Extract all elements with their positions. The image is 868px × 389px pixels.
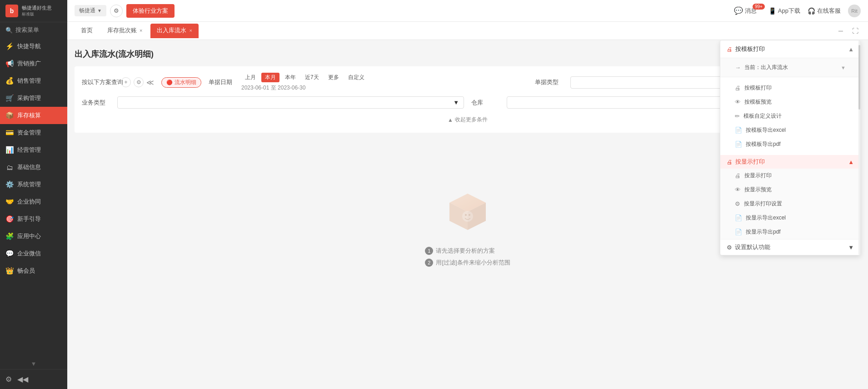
search-label: 搜索菜单 xyxy=(15,26,39,34)
sidebar-item-label: 销售管理 xyxy=(17,77,41,85)
filter-scheme-label: 按以下方案查询 xyxy=(82,78,114,86)
date-tab-this-month[interactable]: 本月 xyxy=(261,73,279,82)
dropdown-display-section: 🖨 按显示打印 ▲ 🖨 按显示打印 👁 按显示预览 ⚙ xyxy=(720,155,860,239)
collapse-sidebar-icon[interactable]: ◀◀ xyxy=(17,375,28,384)
empty-tips: 1 请先选择要分析的方案 2 用[过滤]条件来缩小分析范围 xyxy=(425,247,510,270)
phone-icon: 📱 xyxy=(768,7,776,15)
dropdown-scrollbar[interactable] xyxy=(858,40,860,255)
template-export-excel-item[interactable]: 📄 按模板导出excel xyxy=(720,123,860,137)
display-print-icon: 🖨 xyxy=(735,172,741,179)
quick-nav-icon: ⚡ xyxy=(5,42,14,50)
template-preview-item[interactable]: 👁 按模板预览 xyxy=(720,95,860,109)
sidebar-item-marketing[interactable]: 📢 营销推广 xyxy=(0,55,67,72)
tab-home[interactable]: 首页 xyxy=(75,24,99,38)
print-dropdown-panel: 🖨 按模板打印 ▲ → 当前：出入库流水 ▼ 🖨 按模板打印 xyxy=(720,40,861,255)
sidebar-item-label: 企业协同 xyxy=(17,198,41,206)
sidebar-item-sales[interactable]: 💰 销售管理 xyxy=(0,72,67,90)
header-gear-button[interactable]: ⚙ xyxy=(110,5,123,17)
marketing-icon: 📢 xyxy=(5,60,14,68)
sidebar-nav: ⚡ 快捷导航 📢 营销推广 💰 销售管理 🛒 采购管理 📦 库存核算 💳 资金管… xyxy=(0,38,67,359)
sidebar-item-label: 经营管理 xyxy=(17,146,41,154)
sidebar-item-apps[interactable]: 🧩 应用中心 xyxy=(0,228,67,245)
template-preview-label: 按模板预览 xyxy=(744,98,772,106)
app-download-button[interactable]: 📱 App下载 xyxy=(768,7,800,15)
content-area: 出入库流水(流水明细) 🖨 按模板打印 ▲ ⬆ 导出 ↻ 刷新 xyxy=(67,40,868,389)
tab-minimize-button[interactable]: ─ xyxy=(835,25,846,36)
filter-collapse-button[interactable]: ≪ xyxy=(146,78,154,87)
template-print-label: 按模板打印 xyxy=(744,84,772,92)
sidebar: b 畅捷通好生意 标准版 🔍 搜索菜单 ⚡ 快捷导航 📢 营销推广 💰 销售管理… xyxy=(0,0,67,389)
display-preview-label: 按显示预览 xyxy=(744,186,772,194)
date-tab-custom[interactable]: 自定义 xyxy=(344,73,368,82)
business-type-chevron-icon: ▼ xyxy=(453,99,459,106)
display-export-pdf-item[interactable]: 📄 按显示导出pdf xyxy=(720,225,860,239)
template-print-item[interactable]: 🖨 按模板打印 xyxy=(720,81,860,95)
tab-inventory-flow[interactable]: 出入库流水 × xyxy=(150,24,198,38)
settings-footer-icon[interactable]: ⚙ xyxy=(5,375,12,384)
display-preview-item[interactable]: 👁 按显示预览 xyxy=(720,183,860,197)
tab-maximize-button[interactable]: ⛶ xyxy=(850,25,861,36)
template-custom-item[interactable]: ✏ 模板自定义设计 xyxy=(720,109,860,123)
tab-inventory-flow-close[interactable]: × xyxy=(189,28,192,33)
warehouse-label: 仓库 xyxy=(471,99,503,107)
breadcrumb-chevron-icon: ▼ xyxy=(97,8,102,13)
sidebar-item-inventory[interactable]: 📦 库存核算 xyxy=(0,107,67,124)
display-print-label: 按显示打印 xyxy=(744,172,772,180)
display-export-excel-item[interactable]: 📄 按显示导出excel xyxy=(720,211,860,225)
filter-settings-button[interactable]: ⚙ xyxy=(134,77,144,87)
user-breadcrumb[interactable]: 畅捷通 ▼ xyxy=(75,5,106,16)
sidebar-item-collaboration[interactable]: 🤝 企业协同 xyxy=(0,193,67,210)
date-label: 单据日期 xyxy=(209,78,236,86)
system-icon: ⚙️ xyxy=(5,180,14,189)
current-arrow-icon: → xyxy=(735,64,741,71)
date-tab-this-year[interactable]: 本年 xyxy=(281,73,299,82)
messages-button[interactable]: 💬 消息 99+ xyxy=(734,6,761,15)
doc-type-label: 单据类型 xyxy=(535,78,567,86)
date-tab-7days[interactable]: 近7天 xyxy=(301,73,323,82)
dropdown-current-section: → 当前：出入库流水 ▼ xyxy=(720,58,860,77)
wechat-icon: 💬 xyxy=(5,249,14,258)
flow-detail-tag[interactable]: 🔴 流水明细 xyxy=(161,77,201,88)
sidebar-item-guide[interactable]: 🎯 新手引导 xyxy=(0,210,67,228)
online-service-button[interactable]: 🎧 在线客服 xyxy=(808,7,841,15)
business-type-area: 业务类型 ▼ xyxy=(82,96,464,109)
sidebar-item-finance[interactable]: 💳 资金管理 xyxy=(0,124,67,141)
date-filter: 上月 本月 本年 近7天 更多 自定义 2023-06-01 至 2023-06 xyxy=(241,73,368,92)
template-export-pdf-item[interactable]: 📄 按模板导出pdf xyxy=(720,137,860,151)
user-name: Rit xyxy=(851,8,857,14)
business-type-select[interactable]: ▼ xyxy=(117,96,464,109)
dropdown-current-item[interactable]: → 当前：出入库流水 ▼ xyxy=(720,61,860,74)
svg-point-5 xyxy=(469,214,470,216)
sidebar-item-system[interactable]: ⚙️ 系统管理 xyxy=(0,176,67,193)
display-section-header[interactable]: 🖨 按显示打印 ▲ xyxy=(720,155,860,169)
date-tab-more[interactable]: 更多 xyxy=(324,73,343,82)
industry-solution-button[interactable]: 体验行业方案 xyxy=(126,4,175,18)
sidebar-item-basics[interactable]: 🗂 基础信息 xyxy=(0,159,67,176)
tab-inventory-batch-close[interactable]: × xyxy=(140,28,142,33)
sidebar-item-operations[interactable]: 📊 经营管理 xyxy=(0,141,67,159)
app-name: 畅捷通好生意 xyxy=(22,5,52,11)
user-avatar[interactable]: Rit xyxy=(848,5,861,17)
dropdown-up-chevron[interactable]: ▲ xyxy=(848,46,854,53)
display-print-item[interactable]: 🖨 按显示打印 xyxy=(720,169,860,183)
sidebar-item-purchase[interactable]: 🛒 采购管理 xyxy=(0,90,67,107)
empty-tip-2: 2 用[过滤]条件来缩小分析范围 xyxy=(425,259,510,267)
date-tab-last-month[interactable]: 上月 xyxy=(241,73,259,82)
add-filter-button[interactable]: + xyxy=(121,77,131,87)
sidebar-scroll-down[interactable]: ▼ xyxy=(0,359,67,369)
sidebar-item-quick-nav[interactable]: ⚡ 快捷导航 xyxy=(0,38,67,55)
dropdown-footer[interactable]: ⚙ 设置默认功能 ▼ xyxy=(720,239,860,255)
app-download-label: App下载 xyxy=(778,7,800,15)
sidebar-search[interactable]: 🔍 搜索菜单 xyxy=(0,22,67,38)
tab-inventory-batch[interactable]: 库存批次账 × xyxy=(101,24,149,38)
sidebar-item-vip[interactable]: 👑 畅会员 xyxy=(0,262,67,279)
tip-num-2: 2 xyxy=(425,259,433,267)
date-filter-area: 单据日期 上月 本月 本年 近7天 更多 自定义 2023- xyxy=(209,73,528,92)
sidebar-item-wechat[interactable]: 💬 企业微信 xyxy=(0,245,67,262)
message-badge: 99+ xyxy=(753,4,765,10)
display-section-chevron: ▲ xyxy=(848,159,854,165)
empty-illustration xyxy=(440,185,495,239)
display-settings-item[interactable]: ⚙ 按显示打印设置 xyxy=(720,197,860,211)
flow-tag-label: 流水明细 xyxy=(175,79,196,86)
guide-icon: 🎯 xyxy=(5,215,14,223)
